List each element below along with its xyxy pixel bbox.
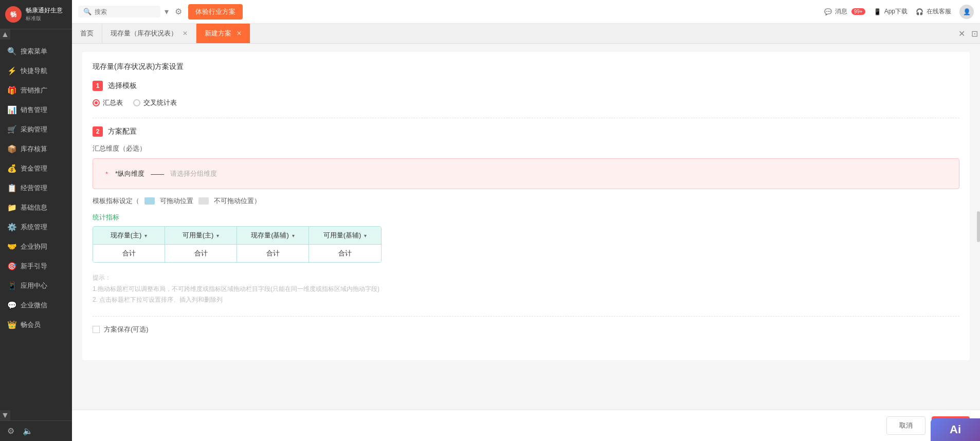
settings-icon[interactable]: ⚙ — [7, 426, 14, 436]
sidebar-item-app-center[interactable]: 📱 应用中心 — [0, 276, 72, 296]
radio-summary[interactable]: 汇总表 — [93, 98, 123, 107]
system-icon: ⚙️ — [7, 223, 16, 232]
sidebar-item-vip[interactable]: 👑 畅会员 — [0, 315, 72, 335]
new-guide-icon: 🎯 — [7, 262, 16, 271]
purchase-icon: 🛒 — [7, 125, 16, 134]
stats-col3-label: 现存量(基辅) — [251, 231, 289, 240]
sidebar-item-system[interactable]: ⚙️ 系统管理 — [0, 217, 72, 237]
panel-title: 现存量(库存状况表)方案设置 — [93, 62, 959, 71]
stats-col3-header[interactable]: 现存量(基辅) ▾ — [237, 227, 309, 244]
stats-col4-label: 可用量(基辅) — [323, 231, 361, 240]
save-checkbox-label: 方案保存(可选) — [104, 325, 149, 334]
sidebar-item-label: 系统管理 — [21, 223, 47, 232]
sidebar-item-marketing[interactable]: 🎁 营销推广 — [0, 81, 72, 100]
sidebar-item-wechat[interactable]: 💬 企业微信 — [0, 296, 72, 315]
message-icon: 💬 — [824, 8, 832, 15]
sidebar-item-basic-info[interactable]: 📁 基础信息 — [0, 198, 72, 217]
dimension-section-label: 汇总维度（必选） — [93, 144, 959, 153]
sidebar-item-enterprise[interactable]: 🤝 企业协同 — [0, 237, 72, 256]
step1-label: 选择模板 — [108, 81, 137, 90]
radio-summary-label: 汇总表 — [103, 98, 123, 107]
sidebar-item-purchase[interactable]: 🛒 采购管理 — [0, 120, 72, 139]
cancel-button[interactable]: 取消 — [886, 416, 925, 435]
sidebar-item-sales[interactable]: 📊 销售管理 — [0, 100, 72, 120]
app-name: 畅康通好生意 — [26, 7, 63, 15]
sidebar-item-new-guide[interactable]: 🎯 新手引导 — [0, 256, 72, 276]
basic-info-icon: 📁 — [7, 203, 16, 212]
stats-col4-header[interactable]: 可用量(基辅) ▾ — [309, 227, 381, 244]
step1-section: 1 选择模板 汇总表 交叉统计表 — [93, 81, 959, 107]
stats-col2-header[interactable]: 可用量(主) ▾ — [165, 227, 237, 244]
footer: 取消 查询 — [72, 410, 980, 441]
radio-summary-dot — [93, 99, 100, 106]
window-controls: ✕ ⊡ — [956, 29, 980, 39]
tips-section: 提示： 1.拖动标题栏可以调整布局，不可跨维度或指标区域拖动栏目字段(只能在同一… — [93, 272, 959, 306]
radio-cross-label: 交叉统计表 — [143, 98, 177, 107]
col3-chevron-icon[interactable]: ▾ — [292, 233, 295, 238]
divider-2 — [93, 316, 959, 317]
sidebar-item-label: 经营管理 — [21, 183, 47, 193]
sidebar-item-label: 新手引导 — [21, 262, 47, 271]
app-download-group[interactable]: 📱 App下载 — [874, 7, 908, 16]
tab-new-scheme[interactable]: 新建方案 ✕ — [196, 24, 250, 43]
tab-home[interactable]: 首页 — [72, 24, 102, 43]
sidebar-item-inventory[interactable]: 📦 库存核算 — [0, 139, 72, 159]
vip-icon: 👑 — [7, 320, 16, 329]
stats-col1-label: 现存量(主) — [111, 231, 142, 240]
sidebar-scroll-down[interactable]: ▼ — [0, 410, 10, 420]
tab-inventory-close[interactable]: ✕ — [183, 30, 188, 37]
stats-col2-label: 可用量(主) — [183, 231, 214, 240]
dim-placeholder: 请选择分组维度 — [170, 169, 217, 178]
save-checkbox[interactable] — [93, 326, 100, 333]
required-star: * — [105, 170, 108, 178]
speaker-icon[interactable]: 🔈 — [23, 426, 33, 436]
topbar-gear-icon[interactable]: ⚙ — [175, 7, 182, 16]
online-service-label: 在线客服 — [927, 7, 951, 16]
col1-chevron-icon[interactable]: ▾ — [144, 233, 147, 238]
sidebar-item-label: 快捷导航 — [21, 66, 47, 76]
col2-chevron-icon[interactable]: ▾ — [216, 233, 219, 238]
app-center-icon: 📱 — [7, 281, 16, 290]
stats-header-row: 现存量(主) ▾ 可用量(主) ▾ 现存量(基辅) ▾ — [93, 227, 381, 244]
marketing-icon: 🎁 — [7, 86, 16, 95]
app-version: 标准版 — [26, 15, 63, 22]
trial-button[interactable]: 体验行业方案 — [188, 4, 243, 20]
user-icon: 👤 — [963, 8, 971, 15]
download-icon: 📱 — [874, 8, 881, 15]
stats-col1-body: 合计 — [93, 244, 165, 262]
tab-inventory-status[interactable]: 现存量（库存状况表） ✕ — [102, 24, 196, 43]
radio-cross-dot — [133, 99, 140, 106]
messages-group[interactable]: 💬 消息 99+ — [824, 7, 865, 16]
stats-col3-sub: 合计 — [266, 249, 280, 258]
ai-badge[interactable]: Ai — [931, 418, 980, 441]
sidebar-item-search-menu[interactable]: 🔍 搜索菜单 — [0, 42, 72, 61]
sidebar-item-finance[interactable]: 💰 资金管理 — [0, 159, 72, 178]
quick-nav-icon: ⚡ — [7, 66, 16, 76]
radio-cross[interactable]: 交叉统计表 — [133, 98, 177, 107]
tab-new-scheme-close[interactable]: ✕ — [237, 30, 242, 37]
search-input[interactable] — [95, 8, 151, 15]
sidebar-item-quick-nav[interactable]: ⚡ 快捷导航 — [0, 61, 72, 81]
sales-icon: 📊 — [7, 105, 16, 115]
topbar-dropdown-icon[interactable]: ▾ — [165, 7, 169, 16]
stats-col1-sub: 合计 — [122, 249, 136, 258]
messages-badge: 99+ — [851, 8, 865, 15]
step1-header: 1 选择模板 — [93, 81, 959, 91]
finance-icon: 💰 — [7, 164, 16, 173]
divider-1 — [93, 118, 959, 118]
online-service-group[interactable]: 🎧 在线客服 — [916, 7, 951, 16]
maximize-icon[interactable]: ⊡ — [969, 29, 980, 39]
stats-col1-header[interactable]: 现存量(主) ▾ — [93, 227, 165, 244]
stats-body-row: 合计 合计 合计 合计 — [93, 244, 381, 262]
user-avatar[interactable]: 👤 — [959, 5, 974, 19]
step2-label: 方案配置 — [108, 127, 137, 136]
stats-table: 现存量(主) ▾ 可用量(主) ▾ 现存量(基辅) ▾ — [93, 226, 382, 263]
resize-handle[interactable] — [977, 211, 980, 242]
col4-chevron-icon[interactable]: ▾ — [364, 233, 367, 238]
sidebar-scroll-up[interactable]: ▲ — [0, 29, 10, 40]
stats-title: 统计指标 — [93, 213, 959, 222]
dim-required-label: *纵向维度 — [115, 169, 144, 178]
minimize-icon[interactable]: ✕ — [956, 29, 967, 39]
sidebar-item-operations[interactable]: 📋 经营管理 — [0, 178, 72, 198]
tips-title: 提示： — [93, 274, 111, 281]
